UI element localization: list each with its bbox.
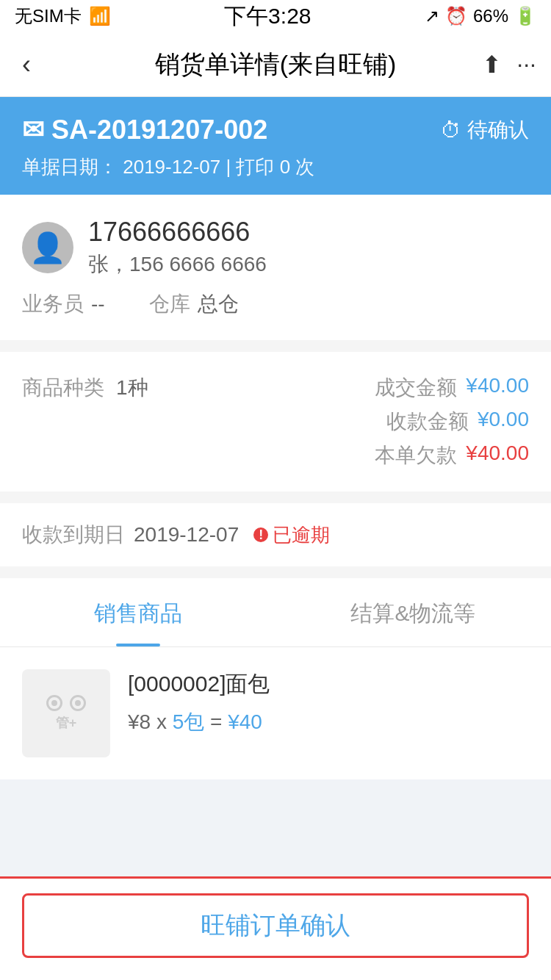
order-date-label: 单据日期： xyxy=(22,156,118,178)
product-type-value: 1种 xyxy=(116,374,148,402)
owed-item: 本单欠款 ¥40.00 xyxy=(375,442,529,469)
due-date-section: 收款到期日 2019-12-07 ! 已逾期 xyxy=(0,503,551,566)
product-thumb-owl: 管+ xyxy=(46,695,86,732)
owl-text: 管+ xyxy=(56,714,77,732)
owed-label: 本单欠款 xyxy=(375,442,457,469)
tabs-section: 销售商品 结算&物流等 管+ xyxy=(0,578,551,779)
status-text: 待确认 xyxy=(467,116,529,144)
product-thumbnail: 管+ xyxy=(22,669,110,757)
status-bar: 无SIM卡 📶 下午3:28 ↗ ⏰ 66% 🔋 xyxy=(0,0,551,32)
nav-bar: ‹ 销货单详情(来自旺铺) ⬆ ··· xyxy=(0,32,551,97)
customer-info: 17666666666 张，156 6666 6666 xyxy=(88,217,267,278)
alarm-icon: ⏰ xyxy=(445,6,467,26)
order-id: ✉ SA-20191207-002 xyxy=(22,115,267,145)
owl-eyes xyxy=(46,695,86,711)
equals-sign: = xyxy=(204,710,228,733)
warehouse-label: 仓库 xyxy=(149,290,190,318)
share-button[interactable]: ⬆ xyxy=(482,51,502,79)
product-type-label: 商品种类 xyxy=(22,374,104,402)
carrier-label: 无SIM卡 xyxy=(15,4,82,28)
product-name: [0000002]面包 xyxy=(128,669,529,699)
sales-value: -- xyxy=(91,292,105,316)
nav-right-actions: ⬆ ··· xyxy=(482,51,536,79)
product-type-info: 商品种类 1种 xyxy=(22,374,148,402)
product-section: 管+ [0000002]面包 ¥8 x 5包 = ¥40 xyxy=(0,647,551,779)
order-header: ✉ SA-20191207-002 ⏱ 待确认 单据日期： 2019-12-07… xyxy=(0,97,551,195)
overdue-dot-icon: ! xyxy=(253,527,268,542)
avatar: 👤 xyxy=(22,222,73,273)
owl-eye-left xyxy=(46,695,62,711)
owed-value: ¥40.00 xyxy=(466,442,529,469)
due-label: 收款到期日 xyxy=(22,521,125,549)
customer-phone: 17666666666 xyxy=(88,217,267,248)
status-right: ↗ ⏰ 66% 🔋 xyxy=(425,6,536,26)
wifi-icon: 📶 xyxy=(89,6,111,26)
price-formula: ¥8 x xyxy=(128,710,173,733)
bottom-bar: 旺铺订单确认 xyxy=(0,876,551,980)
amount-label: 成交金额 xyxy=(375,374,457,402)
tabs-header: 销售商品 结算&物流等 xyxy=(0,578,551,647)
time-display: 下午3:28 xyxy=(224,1,311,32)
amount-value: ¥40.00 xyxy=(466,374,529,402)
quantity-highlight: 5包 xyxy=(173,710,205,733)
owl-pupil-left xyxy=(51,700,57,706)
order-status: ⏱ 待确认 xyxy=(441,116,529,144)
amount-info: 成交金额 ¥40.00 收款金额 ¥0.00 本单欠款 ¥40.00 xyxy=(375,374,529,469)
page-title: 销货单详情(来自旺铺) xyxy=(155,48,397,82)
product-info: [0000002]面包 ¥8 x 5包 = ¥40 xyxy=(128,669,529,736)
confirm-order-button[interactable]: 旺铺订单确认 xyxy=(22,893,529,958)
order-date-value: 2019-12-07 xyxy=(123,156,220,178)
location-icon: ↗ xyxy=(425,6,439,26)
battery-label: 66% xyxy=(473,6,508,26)
product-item: 管+ [0000002]面包 ¥8 x 5包 = ¥40 xyxy=(22,669,529,757)
avatar-icon: 👤 xyxy=(29,231,66,265)
content-area: 销售商品 结算&物流等 管+ xyxy=(0,578,551,897)
received-item: 收款金额 ¥0.00 xyxy=(386,408,529,436)
customer-meta: 业务员 -- 仓库 总仓 xyxy=(22,290,529,318)
order-date-info: 单据日期： 2019-12-07 | 打印 0 次 xyxy=(22,154,529,180)
order-print-info: | 打印 0 次 xyxy=(226,156,314,178)
tab-sales-products[interactable]: 销售商品 xyxy=(0,578,276,646)
sales-item: 业务员 -- xyxy=(22,290,105,318)
warehouse-item: 仓库 总仓 xyxy=(149,290,239,318)
more-button[interactable]: ··· xyxy=(516,51,536,78)
customer-top: 👤 17666666666 张，156 6666 6666 xyxy=(22,217,529,278)
tab-settlement[interactable]: 结算&物流等 xyxy=(276,578,551,646)
total-amount: ¥40 xyxy=(228,710,262,733)
warehouse-value: 总仓 xyxy=(198,290,239,318)
customer-section: 👤 17666666666 张，156 6666 6666 业务员 -- 仓库 … xyxy=(0,195,551,340)
status-clock-icon: ⏱ xyxy=(441,118,461,143)
order-id-text: SA-20191207-002 xyxy=(51,115,267,145)
received-value: ¥0.00 xyxy=(478,408,529,436)
product-price: ¥8 x 5包 = ¥40 xyxy=(128,708,529,736)
order-icon: ✉ xyxy=(22,115,44,145)
customer-name: 张，156 6666 6666 xyxy=(88,251,267,278)
received-label: 收款金额 xyxy=(386,408,469,436)
battery-icon: 🔋 xyxy=(514,6,536,26)
overdue-text: 已逾期 xyxy=(273,522,330,548)
sales-label: 业务员 xyxy=(22,290,84,318)
back-button[interactable]: ‹ xyxy=(15,42,38,87)
summary-section: 商品种类 1种 成交金额 ¥40.00 收款金额 ¥0.00 本单欠款 ¥40.… xyxy=(0,352,551,491)
owl-eye-right xyxy=(70,695,86,711)
amount-item: 成交金额 ¥40.00 xyxy=(375,374,529,402)
status-left: 无SIM卡 📶 xyxy=(15,4,111,28)
owl-pupil-right xyxy=(75,700,81,706)
overdue-badge: ! 已逾期 xyxy=(253,522,330,548)
due-date-value: 2019-12-07 xyxy=(134,523,239,547)
